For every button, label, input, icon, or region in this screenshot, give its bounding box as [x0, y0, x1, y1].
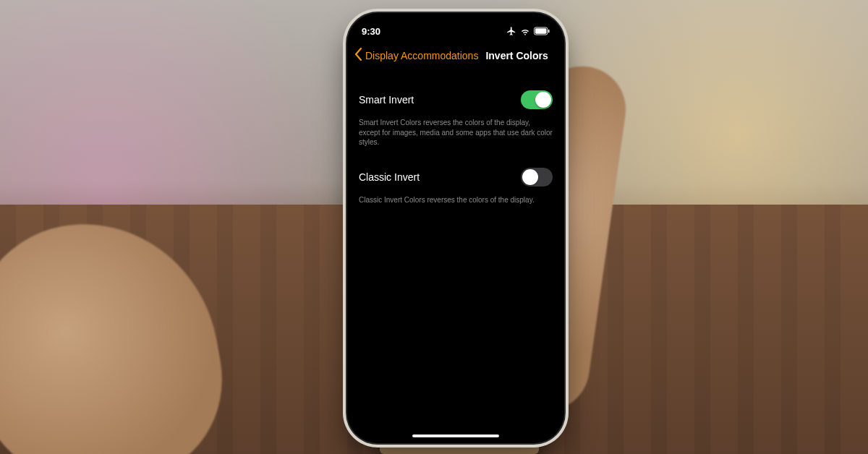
home-indicator[interactable]	[412, 434, 499, 437]
page-title: Invert Colors	[485, 50, 548, 61]
smart-invert-description: Smart Invert Colors reverses the colors …	[347, 116, 564, 147]
airplane-icon	[506, 26, 516, 36]
classic-invert-description: Classic Invert Colors reverses the color…	[347, 194, 564, 205]
smart-invert-label: Smart Invert	[359, 94, 414, 106]
classic-invert-row: Classic Invert	[347, 160, 564, 194]
back-chevron-icon[interactable]	[354, 48, 362, 63]
classic-invert-toggle[interactable]	[521, 168, 553, 187]
svg-rect-1	[535, 28, 547, 33]
notch	[401, 13, 510, 32]
wifi-icon	[520, 26, 530, 36]
phone-screen: 9:30 Display Accom	[347, 13, 564, 443]
svg-rect-2	[548, 30, 550, 33]
navigation-bar: Display Accommodations Invert Colors	[347, 43, 564, 70]
smart-invert-toggle[interactable]	[521, 90, 553, 109]
iphone-device: 9:30 Display Accom	[347, 13, 564, 443]
classic-invert-group: Classic Invert Classic Invert Colors rev…	[347, 160, 564, 205]
classic-invert-label: Classic Invert	[359, 171, 420, 183]
smart-invert-row: Smart Invert	[347, 83, 564, 116]
battery-icon	[534, 27, 550, 35]
status-time: 9:30	[362, 26, 405, 37]
back-button[interactable]: Display Accommodations	[365, 50, 478, 61]
smart-invert-group: Smart Invert Smart Invert Colors reverse…	[347, 83, 564, 147]
photo-background: 9:30 Display Accom	[0, 0, 868, 454]
